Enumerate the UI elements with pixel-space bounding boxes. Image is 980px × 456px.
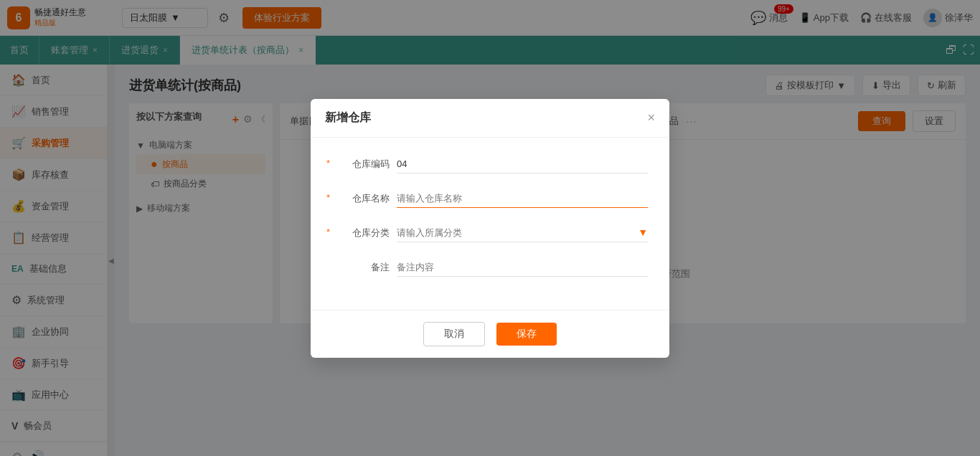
form-row-name: 仓库名称 [332, 189, 648, 208]
category-dropdown-icon: ▼ [638, 227, 648, 238]
modal-overlay[interactable]: 新增仓库 × 仓库编码 仓库名称 仓库分类 ▼ 备注 [0, 0, 980, 456]
modal-footer: 取消 保存 [311, 310, 669, 358]
modal-title: 新增仓库 [325, 110, 371, 125]
cancel-button[interactable]: 取消 [423, 322, 485, 346]
name-label: 仓库名称 [332, 192, 390, 205]
code-input[interactable] [397, 155, 648, 174]
form-row-category: 仓库分类 ▼ [332, 224, 648, 242]
modal-header: 新增仓库 × [311, 99, 669, 138]
modal-body: 仓库编码 仓库名称 仓库分类 ▼ 备注 [311, 138, 669, 310]
name-input[interactable] [397, 189, 648, 208]
note-input[interactable] [397, 258, 648, 277]
new-warehouse-modal: 新增仓库 × 仓库编码 仓库名称 仓库分类 ▼ 备注 [311, 99, 669, 358]
category-label: 仓库分类 [332, 227, 390, 239]
category-input[interactable] [397, 224, 638, 242]
category-select-wrapper[interactable]: ▼ [397, 224, 648, 242]
code-label: 仓库编码 [332, 158, 390, 171]
form-row-code: 仓库编码 [332, 155, 648, 174]
note-label: 备注 [332, 261, 390, 274]
save-button[interactable]: 保存 [496, 323, 557, 346]
form-row-note: 备注 [332, 258, 648, 277]
modal-close-icon[interactable]: × [647, 111, 655, 124]
